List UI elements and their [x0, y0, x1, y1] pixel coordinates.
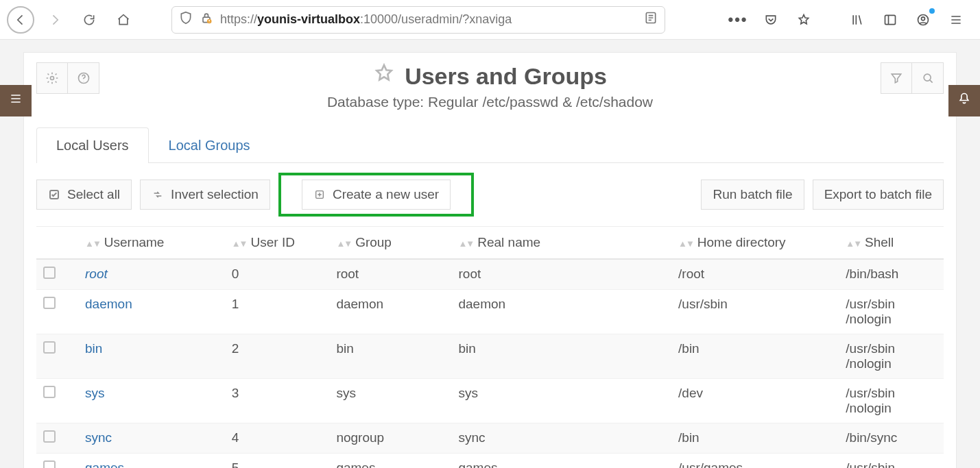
cell-group: sys: [329, 379, 451, 423]
row-checkbox[interactable]: [43, 267, 56, 279]
reload-button[interactable]: [75, 6, 103, 34]
svg-point-8: [924, 74, 931, 81]
cell-realname: sys: [451, 379, 671, 423]
select-all-button[interactable]: Select all: [36, 180, 132, 210]
hamburger-menu-icon[interactable]: [946, 10, 966, 30]
search-button[interactable]: [912, 62, 944, 94]
check-icon: [48, 188, 60, 201]
left-drawer-toggle[interactable]: [0, 85, 32, 116]
row-checkbox[interactable]: [43, 430, 56, 443]
pocket-icon[interactable]: [761, 10, 781, 30]
create-user-label: Create a new user: [333, 187, 439, 202]
page-subtitle: Database type: Regular /etc/passwd & /et…: [99, 94, 881, 110]
cell-uid: 3: [225, 379, 330, 423]
svg-point-1: [207, 19, 212, 24]
cell-shell: /usr/sbin /nologin: [839, 379, 944, 423]
create-user-highlight: Create a new user: [278, 173, 474, 217]
tabs: Local Users Local Groups: [36, 127, 944, 163]
cell-realname: games: [451, 454, 671, 469]
table-row: root0rootroot/root/bin/bash: [36, 259, 944, 290]
cell-home: /bin: [671, 334, 839, 379]
col-username[interactable]: ▲▼Username: [78, 227, 225, 260]
bell-icon: [957, 92, 971, 110]
cell-uid: 1: [225, 290, 330, 334]
create-user-button[interactable]: Create a new user: [302, 180, 451, 210]
module-config-button[interactable]: [36, 62, 68, 94]
back-button[interactable]: [7, 6, 34, 34]
table-toolbar: Select all Invert selection Create a new…: [36, 163, 944, 226]
users-table: ▲▼Username ▲▼User ID ▲▼Group ▲▼Real name…: [36, 226, 944, 468]
cell-home: /dev: [671, 379, 839, 423]
cell-realname: root: [451, 259, 671, 290]
cell-home: /root: [671, 259, 839, 290]
username-link[interactable]: games: [85, 460, 124, 468]
cell-group: root: [329, 259, 451, 290]
cell-uid: 2: [225, 334, 330, 379]
table-row: daemon1daemondaemon/usr/sbin/usr/sbin /n…: [36, 290, 944, 334]
cell-uid: 5: [225, 454, 330, 469]
row-checkbox[interactable]: [43, 341, 56, 354]
select-all-label: Select all: [67, 187, 120, 202]
cell-uid: 4: [225, 423, 330, 454]
cell-home: /usr/sbin: [671, 290, 839, 334]
browser-right-controls: •••: [728, 10, 973, 30]
url-text: https://younis-virtualbox:10000/useradmi…: [220, 12, 637, 27]
favorite-star-icon[interactable]: [373, 62, 395, 90]
cell-home: /usr/games: [671, 454, 839, 469]
page-title: Users and Groups: [405, 63, 607, 90]
lock-warning-icon: [200, 11, 213, 28]
cell-group: games: [329, 454, 451, 469]
cell-shell: /usr/sbin /nologin: [839, 290, 944, 334]
table-header-row: ▲▼Username ▲▼User ID ▲▼Group ▲▼Real name…: [36, 227, 944, 260]
col-home[interactable]: ▲▼Home directory: [671, 227, 839, 260]
username-link[interactable]: sys: [85, 386, 105, 400]
tab-local-users[interactable]: Local Users: [36, 127, 149, 163]
panel-left-tools: [36, 62, 99, 94]
username-link[interactable]: daemon: [85, 297, 132, 311]
library-icon[interactable]: [847, 10, 868, 30]
cell-group: bin: [329, 334, 451, 379]
page: Users and Groups Database type: Regular …: [0, 40, 980, 468]
username-link[interactable]: bin: [85, 341, 102, 356]
table-row: games5gamesgames/usr/games/usr/sbin /nol…: [36, 454, 944, 469]
cell-realname: sync: [451, 423, 671, 454]
shield-icon: [179, 11, 193, 28]
cell-uid: 0: [225, 259, 330, 290]
row-checkbox[interactable]: [43, 297, 56, 309]
reader-mode-icon[interactable]: [644, 11, 658, 28]
panel-right-tools: [881, 62, 944, 94]
browser-toolbar: https://younis-virtualbox:10000/useradmi…: [0, 0, 980, 40]
row-checkbox[interactable]: [43, 386, 56, 398]
svg-point-5: [922, 16, 925, 20]
col-shell[interactable]: ▲▼Shell: [839, 227, 944, 260]
url-bar[interactable]: https://younis-virtualbox:10000/useradmi…: [171, 6, 665, 34]
row-checkbox[interactable]: [43, 460, 56, 468]
home-button[interactable]: [110, 6, 137, 34]
username-link[interactable]: sync: [85, 430, 112, 445]
cell-shell: /bin/sync: [839, 423, 944, 454]
page-actions-icon[interactable]: •••: [728, 10, 748, 30]
run-batch-button[interactable]: Run batch file: [701, 180, 804, 210]
export-batch-button[interactable]: Export to batch file: [813, 180, 944, 210]
tab-local-groups[interactable]: Local Groups: [149, 127, 270, 163]
col-realname[interactable]: ▲▼Real name: [451, 227, 671, 260]
sidebar-icon[interactable]: [880, 10, 900, 30]
export-batch-label: Export to batch file: [824, 187, 932, 202]
bookmark-star-icon[interactable]: [793, 10, 814, 30]
account-icon[interactable]: [913, 10, 933, 30]
col-userid[interactable]: ▲▼User ID: [225, 227, 330, 260]
cell-shell: /usr/sbin /nologin: [839, 454, 944, 469]
svg-rect-3: [885, 15, 896, 24]
cell-shell: /bin/bash: [839, 259, 944, 290]
invert-selection-button[interactable]: Invert selection: [140, 180, 270, 210]
username-link[interactable]: root: [85, 267, 108, 281]
col-group[interactable]: ▲▼Group: [329, 227, 451, 260]
help-button[interactable]: [68, 62, 99, 94]
notifications-toggle[interactable]: [948, 85, 980, 116]
cell-shell: /usr/sbin /nologin: [839, 334, 944, 379]
forward-button[interactable]: [41, 6, 69, 34]
svg-point-6: [51, 77, 54, 80]
cell-group: daemon: [329, 290, 451, 334]
bars-icon: [9, 92, 23, 110]
filter-button[interactable]: [881, 62, 912, 94]
